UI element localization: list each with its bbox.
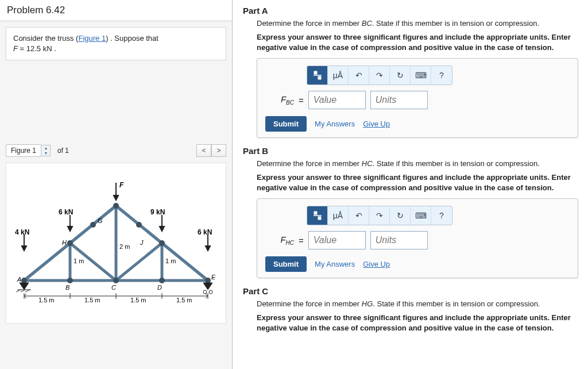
keyboard-icon[interactable]: ⌨: [411, 66, 431, 84]
svg-text:J: J: [140, 239, 144, 246]
svg-text:D: D: [157, 284, 162, 291]
svg-point-6: [113, 203, 119, 209]
svg-point-7: [159, 240, 165, 246]
figure-stepper-icon[interactable]: ▴▾: [41, 145, 51, 156]
part-c-heading: Part C: [243, 286, 578, 296]
figure-canvas: 4 kN 6 kN F 9 kN 6 kN 1 m 2 m 1 m A B C …: [6, 163, 226, 324]
svg-rect-47: [314, 71, 317, 74]
svg-text:C: C: [111, 284, 116, 291]
part-c-statement: Determine the force in member HG. State …: [257, 299, 578, 308]
mu-angstrom-icon[interactable]: μÅ: [328, 66, 349, 84]
svg-text:6 kN: 6 kN: [198, 228, 212, 236]
answer-toolbar: μÅ ↶ ↷ ↻ ⌨ ?: [307, 66, 452, 85]
part-a-statement: Determine the force in member BC. State …: [257, 19, 578, 28]
part-c-instructions: Express your answer to three significant…: [257, 313, 578, 333]
reset-icon[interactable]: ↻: [390, 206, 411, 225]
mu-angstrom-icon[interactable]: μÅ: [328, 206, 349, 225]
svg-point-10: [203, 290, 207, 294]
answer-toolbar: μÅ ↶ ↷ ↻ ⌨ ?: [307, 206, 452, 225]
keyboard-icon[interactable]: ⌨: [411, 206, 431, 225]
submit-button[interactable]: Submit: [265, 256, 307, 272]
value-input[interactable]: [308, 231, 366, 249]
problem-sidebar: Problem 6.42 Consider the truss (Figure …: [0, 0, 233, 369]
svg-rect-49: [318, 76, 321, 79]
part-a-instructions: Express your answer to three significant…: [257, 32, 578, 52]
part-a-answer-block: μÅ ↶ ↷ ↻ ⌨ ? FBC = Submit My Answers Giv…: [257, 58, 578, 138]
fraction-tool-icon[interactable]: [307, 206, 328, 225]
part-b-heading: Part B: [243, 146, 578, 156]
units-input[interactable]: [370, 231, 428, 249]
undo-icon[interactable]: ↶: [349, 66, 369, 84]
fraction-tool-icon[interactable]: [307, 66, 328, 84]
svg-text:B: B: [65, 284, 69, 291]
svg-text:G: G: [98, 217, 103, 224]
part-b: Part B Determine the force in member HC.…: [243, 146, 578, 278]
give-up-link[interactable]: Give Up: [363, 260, 390, 268]
svg-point-3: [159, 278, 165, 283]
svg-point-8: [90, 222, 96, 228]
my-answers-link[interactable]: My Answers: [315, 260, 355, 268]
help-icon[interactable]: ?: [431, 66, 452, 84]
svg-rect-50: [314, 212, 317, 214]
help-icon[interactable]: ?: [431, 206, 452, 225]
part-a: Part A Determine the force in member BC.…: [243, 6, 578, 138]
figure-next-button[interactable]: >: [211, 144, 226, 157]
problem-description: Consider the truss (Figure 1) . Suppose …: [6, 27, 226, 60]
undo-icon[interactable]: ↶: [349, 206, 369, 225]
figure-dropdown[interactable]: Figure 1: [6, 144, 41, 157]
truss-diagram: 4 kN 6 kN F 9 kN 6 kN 1 m 2 m 1 m A B C …: [13, 177, 219, 309]
svg-text:H: H: [62, 239, 67, 246]
submit-button[interactable]: Submit: [265, 116, 307, 132]
figure-link[interactable]: Figure 1: [78, 34, 106, 43]
my-answers-link[interactable]: My Answers: [315, 120, 355, 128]
svg-text:A: A: [17, 276, 21, 283]
var-label: FHC: [265, 235, 294, 246]
svg-text:9 kN: 9 kN: [150, 208, 165, 216]
svg-point-5: [67, 240, 73, 246]
give-up-link[interactable]: Give Up: [363, 120, 390, 128]
problem-title: Problem 6.42: [0, 0, 232, 21]
svg-text:F: F: [119, 181, 124, 189]
part-b-instructions: Express your answer to three significant…: [257, 172, 578, 193]
units-input[interactable]: [370, 91, 428, 109]
value-input[interactable]: [308, 91, 366, 109]
svg-point-9: [136, 222, 142, 228]
svg-line-14: [21, 290, 25, 292]
var-label: FBC: [265, 94, 294, 106]
svg-text:1.5 m: 1.5 m: [84, 297, 100, 303]
svg-text:1.5 m: 1.5 m: [176, 297, 192, 303]
redo-icon[interactable]: ↷: [369, 206, 390, 225]
svg-text:1.5 m: 1.5 m: [38, 297, 55, 303]
svg-text:1.5 m: 1.5 m: [130, 297, 146, 303]
svg-line-13: [16, 290, 21, 292]
svg-line-15: [25, 290, 30, 292]
svg-point-11: [209, 290, 212, 294]
redo-icon[interactable]: ↷: [369, 66, 390, 84]
svg-text:1 m: 1 m: [74, 257, 84, 264]
svg-point-2: [113, 278, 119, 283]
svg-point-1: [67, 278, 73, 283]
svg-rect-52: [318, 217, 321, 220]
part-a-heading: Part A: [243, 6, 578, 16]
figure-prev-button[interactable]: <: [196, 144, 211, 157]
svg-text:6 kN: 6 kN: [59, 208, 73, 216]
svg-text:1 m: 1 m: [165, 257, 176, 264]
parts-area: Part A Determine the force in member BC.…: [233, 0, 588, 369]
svg-text:2 m: 2 m: [119, 243, 130, 250]
part-b-statement: Determine the force in member HC. State …: [257, 159, 578, 168]
figure-selector: Figure 1 ▴▾ of 1 < >: [6, 144, 226, 157]
svg-text:4 kN: 4 kN: [15, 228, 29, 236]
part-b-answer-block: μÅ ↶ ↷ ↻ ⌨ ? FHC = Submit My Answers Giv…: [257, 198, 578, 278]
reset-icon[interactable]: ↻: [390, 66, 411, 84]
part-c: Part C Determine the force in member HG.…: [243, 286, 578, 333]
svg-text:E: E: [211, 274, 216, 280]
